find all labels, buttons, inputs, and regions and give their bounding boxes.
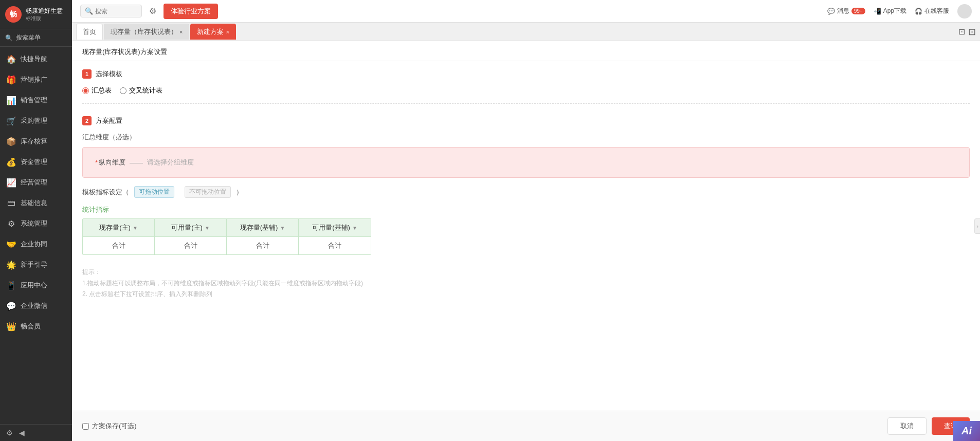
stats-col-1-header[interactable]: 现存量(主) ▼ (83, 219, 155, 236)
basic-info-icon: 🗃 (6, 198, 16, 208)
sidebar-item-label: 快捷导航 (21, 54, 47, 64)
radio-cross[interactable]: 交叉统计表 (120, 86, 162, 95)
radio-cross-input[interactable] (120, 87, 126, 94)
sidebar-item-enterprise[interactable]: 🤝 企业协同 (0, 234, 72, 254)
stats-col-2-label: 可用量(主) (171, 223, 203, 232)
tab-home[interactable]: 首页 (76, 24, 103, 40)
section1-title: 选择模板 (96, 69, 122, 79)
app-download-item[interactable]: 📲 App下载 (874, 7, 906, 15)
newbie-icon: 🌟 (6, 260, 16, 270)
stats-col-3-summary: 合计 (227, 237, 299, 254)
enterprise-icon: 🤝 (6, 239, 16, 249)
stats-col-3-header[interactable]: 现存量(基辅) ▼ (227, 219, 299, 236)
stats-col-2-header[interactable]: 可用量(主) ▼ (155, 219, 227, 236)
stats-table: 现存量(主) ▼ 可用量(主) ▼ 现存量(基辅) ▼ 可用量(基辅) ▼ (82, 218, 371, 255)
template-setting-end: ） (236, 188, 243, 197)
message-item[interactable]: 💬 消息 99+ (827, 7, 865, 15)
bottom-bar: 方案保存(可选) 取消 查询 (72, 411, 980, 441)
sidebar-item-label: 新手引导 (21, 260, 47, 269)
sidebar-item-sales[interactable]: 📊 销售管理 (0, 90, 72, 111)
sidebar-item-inventory[interactable]: 📦 库存核算 (0, 131, 72, 152)
tips-section: 提示： 1.拖动标题栏可以调整布局，不可跨维度或指标区域拖动列字段(只能在同一维… (72, 262, 980, 310)
stats-col-1-label: 现存量(主) (99, 223, 131, 232)
side-collapse-button[interactable]: › (974, 218, 980, 234)
required-mark: * (95, 159, 98, 167)
home-icon: 🏠 (6, 54, 16, 64)
sidebar: 畅 畅康通好生意 标准版 🔍 搜索菜单 🏠 快捷导航 🎁 营销推广 📊 销售管理… (0, 0, 72, 441)
topbar-right: 💬 消息 99+ 📲 App下载 🎧 在线客服 (827, 4, 972, 19)
sidebar-item-home[interactable]: 🏠 快捷导航 (0, 49, 72, 69)
user-avatar[interactable] (957, 4, 972, 19)
sidebar-item-operations[interactable]: 📈 经营管理 (0, 172, 72, 193)
sidebar-item-label: 采购管理 (21, 116, 47, 125)
tab-inventory[interactable]: 现存量（库存状况表） × (104, 24, 189, 40)
radio-cross-label: 交叉统计表 (129, 86, 162, 95)
online-support-item[interactable]: 🎧 在线客服 (915, 7, 949, 15)
stats-col-3-label: 现存量(基辅) (240, 223, 278, 232)
finance-icon: 💰 (6, 157, 16, 167)
online-support-label: 在线客服 (924, 7, 949, 15)
marketing-icon: 🎁 (6, 75, 16, 85)
non-draggable-tag: 不可拖动位置 (185, 186, 231, 198)
template-radio-group: 汇总表 交叉统计表 (82, 86, 970, 95)
message-icon: 💬 (827, 8, 835, 15)
tab-inventory-close[interactable]: × (179, 29, 183, 35)
save-checkbox[interactable] (82, 423, 89, 430)
topbar-search-box[interactable]: 🔍 (80, 5, 142, 17)
app-logo: 畅 畅康通好生意 标准版 (0, 0, 72, 29)
stats-col-4-label: 可用量(基辅) (312, 223, 350, 232)
sidebar-item-member[interactable]: 👑 畅会员 (0, 316, 72, 337)
tab-bar: 首页 现存量（库存状况表） × 新建方案 × ⊡ ⊡ (72, 23, 980, 41)
summary-dimension-label: 汇总维度（必选） (72, 133, 980, 142)
divider-1 (82, 103, 970, 104)
ai-watermark: Ai (953, 421, 980, 441)
tab-inventory-label: 现存量（库存状况表） (111, 27, 177, 36)
dimension-box[interactable]: * 纵向维度 —— 请选择分组维度 (82, 147, 970, 178)
dimension-placeholder: 请选择分组维度 (147, 158, 194, 167)
stats-col-4-header[interactable]: 可用量(基辅) ▼ (299, 219, 371, 236)
radio-summary-input[interactable] (82, 87, 89, 94)
radio-summary[interactable]: 汇总表 (82, 86, 112, 95)
sidebar-item-purchase[interactable]: 🛒 采购管理 (0, 111, 72, 131)
sidebar-nav: 🏠 快捷导航 🎁 营销推广 📊 销售管理 🛒 采购管理 📦 库存核算 💰 资金管… (0, 47, 72, 424)
save-option-label: 方案保存(可选) (92, 421, 137, 431)
topbar-gear-icon[interactable]: ⚙ (147, 4, 158, 18)
sidebar-item-marketing[interactable]: 🎁 营销推广 (0, 69, 72, 90)
main-area: 🔍 ⚙ 体验行业方案 💬 消息 99+ 📲 App下载 🎧 在线客服 首页 (72, 0, 980, 441)
inventory-icon: 📦 (6, 136, 16, 146)
sidebar-search-label: 搜索菜单 (16, 33, 41, 42)
sidebar-item-basic-info[interactable]: 🗃 基础信息 (0, 193, 72, 213)
page-header: 现存量(库存状况表)方案设置 (72, 41, 980, 61)
tabs-fullscreen-icon[interactable]: ⊡ (968, 26, 976, 38)
app-name: 畅康通好生意 (26, 7, 63, 15)
section1-num: 1 (82, 69, 92, 79)
stats-col-2-summary: 合计 (155, 237, 227, 254)
message-badge: 99+ (851, 8, 865, 14)
sidebar-footer: ⚙ ◀ (0, 424, 72, 441)
sidebar-item-wechat[interactable]: 💬 企业微信 (0, 296, 72, 316)
tabs-expand-icon[interactable]: ⊡ (958, 27, 965, 36)
tab-new-scheme-close[interactable]: × (226, 29, 229, 35)
sidebar-item-label: 库存核算 (21, 137, 47, 146)
sidebar-item-system[interactable]: ⚙ 系统管理 (0, 213, 72, 234)
sidebar-item-finance[interactable]: 💰 资金管理 (0, 152, 72, 172)
stats-label: 统计指标 (82, 205, 970, 214)
sidebar-search[interactable]: 🔍 搜索菜单 (0, 29, 72, 47)
cancel-button[interactable]: 取消 (887, 417, 927, 435)
wechat-icon: 💬 (6, 301, 16, 311)
topbar-search-input[interactable] (95, 8, 136, 15)
sidebar-settings-icon[interactable]: ⚙ (6, 429, 13, 437)
search-icon: 🔍 (5, 34, 13, 42)
sidebar-item-newbie[interactable]: 🌟 新手引导 (0, 254, 72, 275)
save-option[interactable]: 方案保存(可选) (82, 421, 137, 431)
template-setting: 模板指标设定（ 可拖动位置 不可拖动位置 ） (72, 186, 980, 205)
app-download-label: App下载 (883, 7, 906, 15)
trial-industry-button[interactable]: 体验行业方案 (164, 4, 218, 19)
tab-new-scheme[interactable]: 新建方案 × (190, 24, 235, 40)
download-icon: 📲 (874, 8, 881, 15)
sales-icon: 📊 (6, 95, 16, 105)
sidebar-item-app-center[interactable]: 📱 应用中心 (0, 275, 72, 296)
topbar-search-icon: 🔍 (85, 7, 93, 15)
system-icon: ⚙ (6, 218, 16, 229)
sidebar-collapse-icon[interactable]: ◀ (19, 429, 25, 437)
